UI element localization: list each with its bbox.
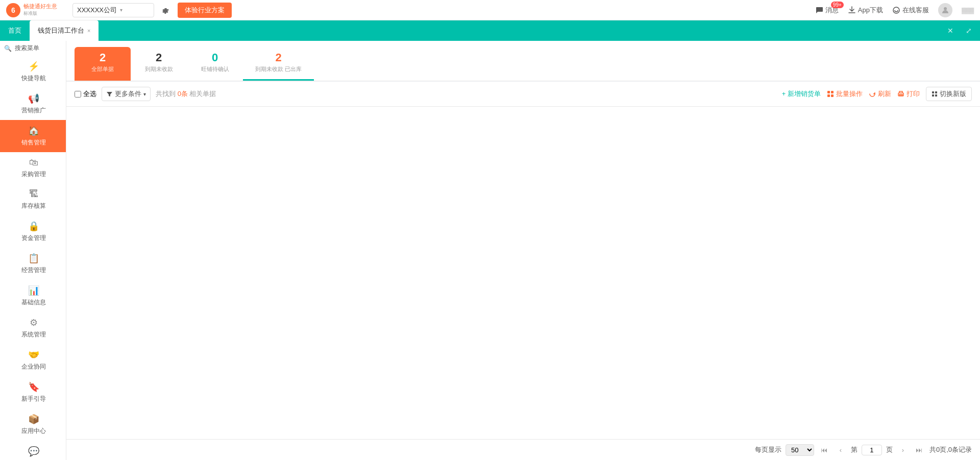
sidebar-item-marketing[interactable]: 📢 营销推广 xyxy=(0,88,66,120)
sidebar-item-guide[interactable]: 🔖 新手引导 xyxy=(0,376,66,408)
select-all-checkbox[interactable]: 全选 xyxy=(75,89,96,99)
page-size-label: 每页显示 xyxy=(755,445,781,454)
logo-text-block: 畅捷通好生意 标准版 xyxy=(23,3,57,16)
svg-rect-5 xyxy=(831,94,834,97)
guide-icon: 🔖 xyxy=(28,381,39,393)
total-records-label: 共0页,0条记录 xyxy=(929,445,972,454)
table-area xyxy=(66,107,980,439)
company-selector[interactable]: XXXXXX公司 ▾ xyxy=(72,3,154,17)
stat-label-overdue: 到期未收款 xyxy=(143,65,175,73)
svg-rect-8 xyxy=(932,91,934,93)
app-download-button[interactable]: App下载 xyxy=(848,6,883,15)
system-icon: ⚙ xyxy=(30,317,38,328)
tab-close-button[interactable]: ✕ xyxy=(943,23,958,38)
stat-tab-all[interactable]: 2 全部单据 xyxy=(75,47,131,81)
stat-number-overdue: 2 xyxy=(143,51,175,64)
svg-point-1 xyxy=(944,7,947,10)
stats-tabs: 2 全部单据 2 到期未收款 0 旺铺待确认 2 到期未收款 已出库 xyxy=(66,41,980,81)
new-sale-button[interactable]: + 新增销货单 xyxy=(782,89,821,99)
stat-label-all: 全部单据 xyxy=(87,65,118,73)
print-button[interactable]: 打印 xyxy=(897,89,920,99)
trial-button[interactable]: 体验行业方案 xyxy=(178,3,232,18)
stat-label-overdue-stock: 到期未收款 已出库 xyxy=(255,65,302,73)
sidebar-item-wechat[interactable]: 💬 企业微信 xyxy=(0,441,66,460)
sidebar-item-collab[interactable]: 🤝 企业协同 xyxy=(0,344,66,376)
switch-version-button[interactable]: 切换新版 xyxy=(926,87,972,101)
pagination: 每页显示 50 10 20 100 ⏮ ‹ 第 页 › ⏭ 共0页,0条记录 xyxy=(66,439,980,460)
chevron-down-icon: ▾ xyxy=(143,91,146,97)
sidebar-item-finance[interactable]: 🔒 资金管理 xyxy=(0,215,66,248)
inventory-icon: 🏗 xyxy=(29,189,38,200)
top-bar: 6 畅捷通好生意 标准版 XXXXXX公司 ▾ 体验行业方案 消息 99+ Ap… xyxy=(0,0,980,20)
sidebar-item-app-center[interactable]: 📦 应用中心 xyxy=(0,408,66,441)
tab-bar-actions: ✕ ⤢ xyxy=(943,23,980,38)
sidebar-item-purchase[interactable]: 🛍 采购管理 xyxy=(0,152,66,184)
search-icon: 🔍 xyxy=(4,45,12,52)
sidebar-search[interactable]: 🔍 搜索菜单 xyxy=(0,41,66,56)
filter-button[interactable]: 更多条件 ▾ xyxy=(102,87,151,101)
logo-badge: 标准版 xyxy=(23,10,57,17)
stat-tab-overdue[interactable]: 2 到期未收款 xyxy=(131,47,187,81)
prev-page-button[interactable]: ‹ xyxy=(835,444,847,456)
message-button[interactable]: 消息 99+ xyxy=(815,6,839,15)
svg-rect-3 xyxy=(831,91,834,93)
toolbar: 全选 更多条件 ▾ 共找到 0条 相关单据 + 新增销货单 批量操作 xyxy=(66,82,980,107)
tab-bar: 首页 钱货日清工作台 × ✕ ⤢ xyxy=(0,20,980,41)
base-info-icon: 📊 xyxy=(28,285,39,296)
top-right-area: 消息 99+ App下载 在线客服 ▓▓▓ xyxy=(815,3,974,17)
page-size-select[interactable]: 50 10 20 100 xyxy=(786,444,814,456)
next-page-button[interactable]: › xyxy=(897,444,909,456)
finance-icon: 🔒 xyxy=(28,221,39,232)
stat-number-overdue-stock: 2 xyxy=(255,51,302,64)
stat-tab-overdue-stock[interactable]: 2 到期未收款 已出库 xyxy=(243,47,314,81)
svg-rect-11 xyxy=(935,94,937,96)
sidebar-item-operations[interactable]: 📋 经营管理 xyxy=(0,248,66,280)
message-badge: 99+ xyxy=(831,2,844,8)
sidebar-item-quick-nav[interactable]: ⚡ 快捷导航 xyxy=(0,56,66,88)
refresh-button[interactable]: 刷新 xyxy=(869,89,891,99)
logo-area: 6 畅捷通好生意 标准版 xyxy=(6,3,72,17)
svg-rect-9 xyxy=(935,91,937,93)
sidebar-item-inventory[interactable]: 🏗 库存核算 xyxy=(0,184,66,215)
wechat-icon: 💬 xyxy=(28,446,39,457)
tab-close-icon[interactable]: × xyxy=(87,28,90,34)
page-label-first: 第 xyxy=(851,445,857,454)
svg-rect-7 xyxy=(899,94,902,95)
settings-button[interactable] xyxy=(158,3,173,17)
content-area: 2 全部单据 2 到期未收款 0 旺铺待确认 2 到期未收款 已出库 全选 xyxy=(66,41,980,460)
operations-icon: 📋 xyxy=(28,253,39,264)
toolbar-right: + 新增销货单 批量操作 刷新 打印 切换新版 xyxy=(782,87,972,101)
sidebar-item-sales[interactable]: 🏠 销售管理 xyxy=(0,120,66,152)
tab-workbench[interactable]: 钱货日清工作台 × xyxy=(30,20,99,41)
stat-tab-pending[interactable]: 0 旺铺待确认 xyxy=(187,47,243,81)
purchase-icon: 🛍 xyxy=(29,157,38,168)
online-service-button[interactable]: 在线客服 xyxy=(892,6,929,15)
logo-icon: 6 xyxy=(6,3,20,17)
sidebar-item-base-info[interactable]: 📊 基础信息 xyxy=(0,280,66,312)
main-layout: 🔍 搜索菜单 ⚡ 快捷导航 📢 营销推广 🏠 销售管理 🛍 采购管理 🏗 库存核… xyxy=(0,41,980,460)
last-page-button[interactable]: ⏭ xyxy=(913,444,925,456)
collab-icon: 🤝 xyxy=(28,349,39,360)
chevron-down-icon: ▾ xyxy=(120,7,122,13)
sidebar-item-system[interactable]: ⚙ 系统管理 xyxy=(0,312,66,344)
logo-text: 畅捷通好生意 xyxy=(23,3,57,10)
svg-point-0 xyxy=(893,7,899,13)
tab-expand-button[interactable]: ⤢ xyxy=(962,23,976,38)
marketing-icon: 📢 xyxy=(28,93,39,104)
found-count: 0条 xyxy=(178,90,188,98)
stat-number-all: 2 xyxy=(87,51,118,64)
username-display: ▓▓▓ xyxy=(962,7,974,13)
select-all-input[interactable] xyxy=(75,91,81,98)
stat-label-pending: 旺铺待确认 xyxy=(199,65,231,73)
page-input[interactable] xyxy=(862,445,882,455)
first-page-button[interactable]: ⏮ xyxy=(818,444,830,456)
svg-rect-10 xyxy=(932,94,934,96)
tab-home[interactable]: 首页 xyxy=(0,20,30,41)
sidebar: 🔍 搜索菜单 ⚡ 快捷导航 📢 营销推广 🏠 销售管理 🛍 采购管理 🏗 库存核… xyxy=(0,41,66,460)
page-label-last: 页 xyxy=(886,445,893,454)
batch-button[interactable]: 批量操作 xyxy=(827,89,863,99)
sales-icon: 🏠 xyxy=(28,125,39,136)
avatar[interactable] xyxy=(938,3,952,17)
found-text: 共找到 0条 相关单据 xyxy=(156,89,216,99)
company-name: XXXXXX公司 xyxy=(77,6,117,15)
